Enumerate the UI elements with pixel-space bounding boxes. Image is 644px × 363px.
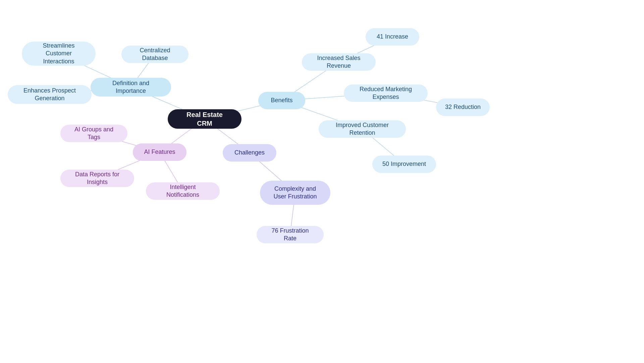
frustration-rate-node[interactable]: 76 Frustration Rate: [257, 226, 324, 243]
frustration-rate-label: 76 Frustration Rate: [265, 227, 316, 243]
improved-retention-node[interactable]: Improved Customer Retention: [319, 120, 406, 138]
reduction-stat-label: 32 Reduction: [445, 103, 481, 111]
complexity-label: Complexity and User Frustration: [268, 185, 322, 201]
data-reports-label: Data Reports for Insights: [68, 171, 126, 186]
reduced-marketing-label: Reduced Marketing Expenses: [352, 85, 420, 101]
definition-label: Definition and Importance: [99, 79, 163, 95]
increase-stat-label: 41 Increase: [377, 33, 408, 41]
benefits-node[interactable]: Benefits: [258, 92, 305, 109]
intelligent-node[interactable]: Intelligent Notifications: [146, 182, 220, 200]
ai-groups-node[interactable]: AI Groups and Tags: [60, 125, 127, 142]
ai-groups-label: AI Groups and Tags: [68, 126, 119, 141]
centralized-label: Centralized Database: [129, 47, 180, 62]
streamlines-label: Streamlines Customer Interactions: [30, 42, 88, 65]
challenges-label: Challenges: [234, 149, 265, 157]
centralized-node[interactable]: Centralized Database: [121, 46, 189, 63]
center-label: Real Estate CRM: [180, 110, 229, 128]
complexity-node[interactable]: Complexity and User Frustration: [260, 181, 330, 205]
ai-features-node[interactable]: AI Features: [133, 143, 186, 161]
increased-sales-node[interactable]: Increased Sales Revenue: [302, 53, 376, 71]
challenges-node[interactable]: Challenges: [223, 144, 276, 162]
reduced-marketing-node[interactable]: Reduced Marketing Expenses: [344, 84, 428, 102]
enhances-label: Enhances Prospect Generation: [16, 87, 84, 103]
center-node[interactable]: Real Estate CRM: [168, 109, 241, 129]
enhances-node[interactable]: Enhances Prospect Generation: [8, 85, 92, 104]
improvement-stat-node[interactable]: 50 Improvement: [372, 156, 436, 173]
increased-sales-label: Increased Sales Revenue: [310, 54, 368, 70]
benefits-label: Benefits: [271, 97, 292, 104]
definition-node[interactable]: Definition and Importance: [91, 78, 171, 97]
streamlines-node[interactable]: Streamlines Customer Interactions: [22, 42, 96, 66]
reduction-stat-node[interactable]: 32 Reduction: [436, 99, 490, 116]
data-reports-node[interactable]: Data Reports for Insights: [60, 170, 134, 187]
ai-features-label: AI Features: [144, 148, 175, 156]
improvement-stat-label: 50 Improvement: [382, 160, 426, 168]
intelligent-label: Intelligent Notifications: [154, 183, 212, 199]
improved-retention-label: Improved Customer Retention: [327, 121, 398, 137]
increase-stat-node[interactable]: 41 Increase: [366, 28, 419, 46]
